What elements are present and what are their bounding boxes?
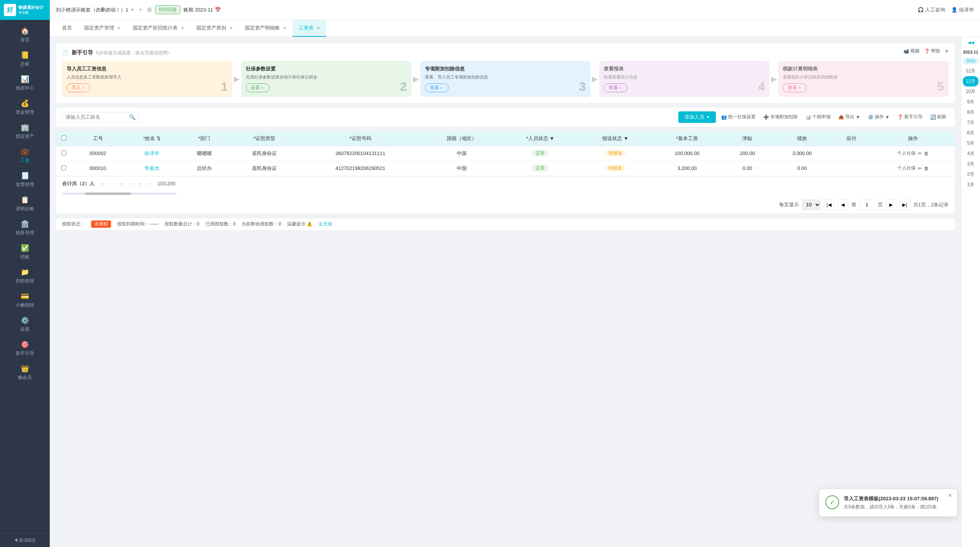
tab-close-icon[interactable]: ✕ [229, 26, 233, 31]
row-select-checkbox[interactable] [61, 150, 66, 155]
cal-month-10[interactable]: 10月 [961, 87, 980, 97]
tax-report-btn[interactable]: 📊 个税申报 [803, 112, 833, 122]
sidebar-item-guide[interactable]: 🎯 新手引导 [0, 336, 50, 361]
cal-month-1[interactable]: 1月 [961, 180, 980, 190]
charge-btn[interactable]: 去充值 [318, 221, 332, 227]
scrollbar-thumb[interactable] [85, 193, 131, 195]
delete-btn[interactable]: 🗑 [924, 166, 929, 171]
sidebar-item-invoice[interactable]: 🧾 发票管理 [0, 168, 50, 192]
sidebar-item-label: 畅会员 [18, 374, 32, 381]
employee-name[interactable]: 徐泽华 [124, 146, 180, 161]
last-page-btn[interactable]: ▶| [900, 199, 910, 210]
next-page-btn[interactable]: ▶ [886, 199, 897, 210]
row-select-checkbox[interactable] [61, 165, 66, 170]
sidebar-item-stock[interactable]: 📋 进销台账 [0, 192, 50, 216]
sidebar-item-reports[interactable]: 📊 报表中心 [0, 71, 50, 95]
export-btn[interactable]: 📤 导出 ▼ [836, 112, 862, 122]
cal-month-11[interactable]: 11月 [963, 76, 978, 87]
personal-social-security-btn[interactable]: 个人社保 [897, 150, 916, 157]
search-icon: 🔍 [129, 114, 136, 120]
guide-close-btn[interactable]: ✕ [945, 49, 949, 54]
tab-close-icon[interactable]: ✕ [181, 26, 184, 31]
tab-home[interactable]: 首页 [56, 20, 78, 37]
special-deduction-btn[interactable]: ➕ 专项附加扣除 [761, 112, 800, 122]
sidebar-item-member[interactable]: 👑 畅会员 [0, 361, 50, 385]
page-number-input[interactable] [859, 199, 875, 210]
cal-month-2[interactable]: 2月 [961, 169, 980, 180]
period-selector[interactable]: 账期 2023-11 📅 [183, 7, 221, 13]
add-account-btn[interactable]: ＋ [137, 6, 144, 14]
first-page-btn[interactable]: |◀ [824, 199, 835, 210]
toast-success-icon: ✓ [825, 495, 839, 509]
toast-close-btn[interactable]: ✕ [948, 492, 952, 498]
total-salary: 103,200 [157, 181, 175, 186]
refresh-btn[interactable]: 🔄 刷新 [928, 112, 949, 122]
social-security-btn[interactable]: 👥 统一社保设置 [719, 112, 758, 122]
sidebar-item-label: 小畅报销 [16, 302, 34, 309]
tab-depreciation[interactable]: 固定资产折旧统计表 ✕ [127, 20, 190, 37]
year-badge[interactable]: 2023 [963, 57, 978, 64]
dash-1: -- [101, 181, 104, 186]
step-config-btn[interactable]: 设置＞ [246, 83, 270, 92]
scrollbar-track[interactable] [62, 193, 177, 195]
tab-close-icon[interactable]: ✕ [283, 26, 286, 31]
cal-month-5[interactable]: 5月 [961, 138, 980, 149]
tab-payroll[interactable]: 工资表 ✕ [292, 20, 326, 37]
cal-month-6[interactable]: 6月 [961, 128, 980, 138]
cal-month-9[interactable]: 9月 [961, 97, 980, 107]
sidebar-item-tax[interactable]: 🏛️ 税务管理 [0, 216, 50, 240]
edit-btn[interactable]: ✏ [918, 151, 922, 156]
sidebar-item-close[interactable]: ✅ 结账 [0, 240, 50, 264]
help-btn[interactable]: 🎧 人工咨询 [918, 7, 945, 13]
delete-btn[interactable]: 🗑 [924, 151, 929, 156]
tab-close-icon[interactable]: ✕ [317, 26, 320, 31]
invoice-icon: 🧾 [21, 171, 29, 180]
cal-month-8[interactable]: 8月 [961, 107, 980, 118]
newbie-guide-btn[interactable]: ❓ 新手引导 [895, 112, 925, 122]
sidebar-item-fund[interactable]: 💰 资金管理 [0, 95, 50, 119]
search-input[interactable] [65, 114, 127, 120]
select-all-checkbox[interactable] [61, 136, 66, 140]
tab-asset-detail[interactable]: 固定资产明细账 ✕ [239, 20, 292, 37]
sidebar-item-archive[interactable]: 📁 归档管理 [0, 264, 50, 288]
edit-btn[interactable]: ✏ [918, 166, 922, 171]
per-page-select[interactable]: 10 20 50 [802, 199, 821, 210]
guide-help-btn[interactable]: ❓ 帮助 [924, 48, 940, 54]
cal-month-3[interactable]: 3月 [961, 159, 980, 169]
cal-month-7[interactable]: 7月 [961, 118, 980, 128]
account-selector[interactable]: 刘小艳演示账套（勿删勿动！）1 ▼ [56, 7, 134, 13]
guide-video-btn[interactable]: 📹 视频 [903, 48, 920, 54]
switch-version-btn[interactable]: 切到旧版 [155, 5, 180, 14]
prev-page-btn[interactable]: ◀ [838, 199, 848, 210]
cal-month-4[interactable]: 4月 [961, 149, 980, 159]
sidebar-item-home[interactable]: 🏠 首页 [0, 23, 50, 47]
step-num: 1 [221, 80, 228, 94]
help-icon: 🎧 [918, 7, 924, 13]
tab-fixed-assets[interactable]: 固定资产管理 ✕ [78, 20, 127, 37]
sidebar-item-label: 发票管理 [16, 181, 34, 188]
cal-month-12[interactable]: 12月 [961, 66, 980, 76]
user-menu[interactable]: 👤 徐泽华 [951, 7, 974, 13]
tab-close-icon[interactable]: ✕ [117, 26, 121, 31]
step-desc: 查看税款计算过程及明细数据 [783, 74, 944, 80]
step-view2-btn[interactable]: 查看＞ [604, 83, 627, 92]
personal-social-security-btn[interactable]: 个人社保 [897, 165, 916, 171]
step-desc: 完成社保参数设置自动计算社保公积金 [246, 74, 407, 80]
sidebar-item-expense[interactable]: 💳 小畅报销 [0, 288, 50, 312]
sidebar-pin-btn[interactable]: ◀ 取消固定 [0, 533, 50, 547]
employee-name[interactable]: 李俊杰 [124, 161, 180, 176]
tab-asset-category[interactable]: 固定资产类别 ✕ [190, 20, 239, 37]
add-person-btn[interactable]: 添加人员 ▼ [678, 111, 716, 123]
step-view3-btn[interactable]: 查看＞ [783, 83, 807, 92]
horizontal-scrollbar[interactable] [56, 191, 955, 196]
sidebar-item-settings[interactable]: ⚙️ 设置 [0, 312, 50, 336]
sidebar-item-assets[interactable]: 🏢 固定资产 [0, 119, 50, 144]
account-settings-btn[interactable]: ⚙ [147, 6, 152, 13]
step-import-btn[interactable]: 导入＞ [67, 83, 90, 92]
sidebar-item-payroll[interactable]: 💼 工资 [0, 144, 50, 168]
sidebar-item-ledger[interactable]: 📒 总账 [0, 47, 50, 71]
action-label: 专项附加扣除 [770, 114, 798, 120]
cal-collapse-btn[interactable]: ◀◀ [966, 37, 975, 48]
step-view-btn[interactable]: 查看＞ [425, 83, 449, 92]
operations-btn[interactable]: ⚙️ 操作 ▼ [866, 112, 892, 122]
